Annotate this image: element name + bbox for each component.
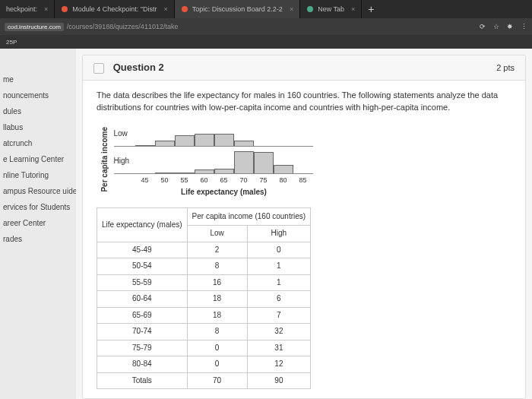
tab-label: heckpoint: — [6, 5, 37, 13]
histogram-bar — [234, 151, 254, 173]
bookmark-item[interactable]: 25P — [6, 39, 17, 46]
bookmarks-bar: 25P — [0, 35, 532, 49]
reload-icon[interactable]: ⟳ — [480, 23, 486, 30]
totals-label: Totals — [97, 372, 188, 389]
tab-label: New Tab — [318, 5, 344, 13]
canvas-icon — [61, 5, 68, 13]
axis-tick: 45 — [135, 176, 155, 185]
histogram-bar — [214, 134, 234, 146]
url-path: /courses/39188/quizzes/411012/take — [67, 23, 179, 30]
sidebar-item[interactable]: nouncements — [0, 87, 76, 103]
data-table: Life expectancy (males) Per capita incom… — [97, 207, 311, 390]
sidebar-item[interactable]: e Learning Center — [0, 151, 76, 167]
table-row: 70-74832 — [97, 324, 311, 340]
new-tab-button[interactable]: + — [362, 3, 380, 15]
sidebar-item[interactable]: ervices for Students — [0, 199, 76, 215]
star-icon[interactable]: ☆ — [493, 23, 499, 30]
flag-checkbox[interactable] — [93, 63, 104, 74]
table-row: 75-79031 — [97, 340, 311, 356]
tab-1[interactable]: Module 4 Checkpoint: "Distr × — [55, 0, 175, 18]
sidebar-item[interactable]: dules — [0, 103, 76, 119]
histogram-bar — [195, 169, 214, 173]
tab-3[interactable]: New Tab × — [300, 0, 362, 18]
canvas-icon — [181, 5, 188, 13]
table-row: 60-64186 — [97, 291, 311, 308]
histogram-bar — [175, 135, 195, 147]
close-icon[interactable]: × — [44, 5, 48, 13]
table-row: 50-5481 — [97, 258, 311, 275]
sidebar-item[interactable]: llabus — [0, 119, 76, 135]
close-icon[interactable]: × — [351, 5, 355, 13]
histogram-bar — [254, 152, 274, 173]
tab-label: Topic: Discussion Board 2.2-2 — [192, 5, 283, 13]
svg-point-2 — [307, 6, 313, 12]
axis-tick: 70 — [234, 176, 254, 185]
table-header-top: Per capita income (160 countries) — [187, 207, 311, 226]
sidebar-item[interactable]: me — [0, 71, 76, 87]
close-icon[interactable]: × — [290, 5, 293, 13]
table-col-high: High — [247, 226, 311, 242]
histogram-bar — [175, 173, 195, 173]
chart-ylabel: Per capita income — [97, 121, 114, 198]
tab-0[interactable]: heckpoint: × — [0, 0, 55, 18]
axis-tick: 80 — [274, 176, 293, 185]
tab-2[interactable]: Topic: Discussion Board 2.2-2 × — [175, 0, 300, 18]
question-card: Question 2 2 pts The data describes the … — [82, 55, 526, 399]
table-row: 45-4920 — [97, 242, 311, 258]
question-points: 2 pts — [496, 63, 515, 72]
table-col-life: Life expectancy (males) — [97, 207, 188, 242]
chart-xlabel: Life expectancy (males) — [135, 187, 313, 198]
course-sidebar: me nouncements dules llabus atcrunch e L… — [0, 49, 76, 399]
table-row: 55-59161 — [97, 274, 311, 291]
question-title: Question 2 — [113, 62, 164, 73]
axis-tick: 85 — [293, 176, 313, 185]
url-host: cod.instructure.com — [5, 23, 64, 31]
svg-point-1 — [182, 6, 188, 12]
menu-icon[interactable]: ⋮ — [521, 23, 527, 30]
totals-high: 90 — [247, 372, 311, 389]
histogram-bar — [195, 134, 214, 146]
series-label-low: Low — [114, 128, 135, 140]
axis-tick: 65 — [214, 176, 234, 185]
svg-point-0 — [62, 6, 68, 12]
address-bar: cod.instructure.com /courses/39188/quizz… — [0, 18, 532, 35]
extension-icon[interactable]: ✸ — [507, 23, 513, 30]
histogram-bar — [274, 165, 293, 173]
histogram-bar — [155, 141, 175, 146]
axis-tick: 50 — [155, 176, 175, 185]
sidebar-item[interactable]: atcrunch — [0, 135, 76, 151]
table-row: 65-69187 — [97, 307, 311, 324]
axis-tick: 60 — [195, 176, 214, 185]
histogram-bar — [214, 169, 234, 173]
close-icon[interactable]: × — [164, 5, 168, 13]
histogram-bar — [155, 173, 175, 173]
question-body: The data describes the life expectancy f… — [97, 90, 511, 114]
sidebar-item[interactable]: rades — [0, 231, 76, 247]
axis-tick: 55 — [175, 176, 195, 185]
histogram-bar — [135, 145, 155, 147]
series-label-high: High — [114, 156, 135, 167]
table-row: 80-84012 — [97, 356, 311, 373]
chrome-icon — [306, 5, 314, 13]
tab-label: Module 4 Checkpoint: "Distr — [72, 5, 157, 13]
histogram-chart: Per capita income Low High 4550556065707… — [97, 121, 511, 198]
sidebar-item[interactable]: areer Center — [0, 215, 76, 231]
sidebar-item[interactable]: ampus Resource uide — [0, 183, 76, 199]
axis-tick: 75 — [254, 176, 274, 185]
table-col-low: Low — [187, 226, 247, 242]
totals-low: 70 — [187, 372, 247, 389]
sidebar-item[interactable]: nline Tutoring — [0, 167, 76, 183]
browser-tabs: heckpoint: × Module 4 Checkpoint: "Distr… — [0, 0, 532, 18]
histogram-bar — [234, 141, 254, 146]
